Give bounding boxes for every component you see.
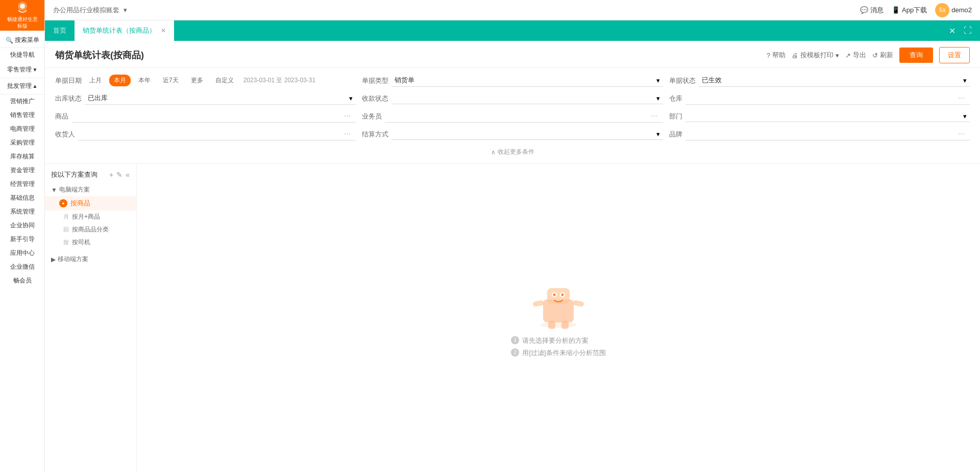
scheme-active-dot: ● xyxy=(59,199,67,207)
scheme-group-pc-title[interactable]: ▼ 电脑端方案 xyxy=(45,183,136,196)
receiver-select[interactable]: ··· xyxy=(78,128,356,140)
sidebar-item-wechat[interactable]: 企业微信 xyxy=(0,260,44,274)
brand-select[interactable]: ··· xyxy=(685,128,970,140)
scheme-add-icon[interactable]: + xyxy=(109,170,114,179)
search-icon: 🔍 xyxy=(6,37,13,44)
collect-status-chevron-icon: ▾ xyxy=(656,95,660,102)
goods-field: 商品 ··· xyxy=(55,110,356,123)
out-status-field: 出库状态 已出库 ▾ xyxy=(55,92,356,105)
workspace-selector[interactable]: 办公用品行业模拟账套 ▾ xyxy=(53,6,127,15)
tab-fullscreen-button[interactable]: ⛶ xyxy=(962,25,974,36)
receiver-dots-icon[interactable]: ··· xyxy=(342,129,353,138)
sidebar-item-ecommerce[interactable]: 电商管理 xyxy=(0,122,44,136)
tab-sales-stat[interactable]: 销货单统计表（按商品） ✕ xyxy=(75,20,174,41)
sidebar-item-sales[interactable]: 销售管理 xyxy=(0,108,44,122)
receiver-label: 收货人 xyxy=(55,130,75,139)
scheme-item-by-goods-cat[interactable]: 回 按商品品分类 xyxy=(45,223,136,236)
brand-field: 品牌 ··· xyxy=(669,128,970,140)
tab-close-all-button[interactable]: ✕ xyxy=(947,25,958,37)
doc-type-field: 单据类型 销货单 ▾ xyxy=(362,74,663,87)
warehouse-dots-icon[interactable]: ··· xyxy=(956,93,967,103)
goods-select[interactable]: ··· xyxy=(71,110,356,123)
collapse-up-icon: ∧ xyxy=(491,149,496,156)
sidebar-item-quick-nav[interactable]: 快捷导航 xyxy=(0,48,44,62)
content-area: 销货单统计表(按商品) ? 帮助 🖨 按模板打印 ▾ ↗ 导出 ↺ 刷新 xyxy=(45,41,980,472)
filter-row-2: 出库状态 已出库 ▾ 收款状态 ▾ 仓库 xyxy=(55,92,970,105)
query-button[interactable]: 查询 xyxy=(899,48,933,63)
app-download-button[interactable]: 📱 App下载 xyxy=(892,6,927,15)
tip-text-1: 请先选择要分析的方案 xyxy=(522,336,589,345)
scheme-collapse-icon[interactable]: « xyxy=(125,170,130,179)
date-last-month-btn[interactable]: 上月 xyxy=(85,75,106,86)
search-menu[interactable]: 🔍 搜索菜单 xyxy=(0,31,44,48)
warehouse-field: 仓库 ··· xyxy=(669,92,970,105)
date-more-btn[interactable]: 更多 xyxy=(186,75,208,86)
sidebar-item-apps[interactable]: 应用中心 xyxy=(0,246,44,260)
refresh-icon: ↺ xyxy=(872,52,878,59)
empty-tips: 1 请先选择要分析的方案 2 用[过滤]条件来缩小分析范围 xyxy=(511,336,605,358)
sidebar-item-guide[interactable]: 新手引导 xyxy=(0,232,44,246)
date-this-year-btn[interactable]: 本年 xyxy=(134,75,155,86)
scheme-group-pc: ▼ 电脑端方案 ● 按商品 月 按月+商品 回 按商品品分类 xyxy=(45,181,136,251)
sidebar-item-operations[interactable]: 经营管理 xyxy=(0,177,44,191)
sidebar-item-retail-label: 零售管理 xyxy=(7,65,32,74)
svg-rect-10 xyxy=(572,300,584,307)
help-button[interactable]: ? 帮助 xyxy=(767,51,786,60)
svg-point-7 xyxy=(553,293,556,296)
goods-dots-icon[interactable]: ··· xyxy=(342,111,353,121)
scheme-item-by-printer[interactable]: 按 按司机 xyxy=(45,236,136,249)
tab-close-icon[interactable]: ✕ xyxy=(161,27,166,34)
message-button[interactable]: 💬 消息 xyxy=(860,6,884,15)
doc-status-value: 已生效 xyxy=(702,76,722,85)
sidebar-item-system[interactable]: 系统管理 xyxy=(0,205,44,219)
sidebar-item-collab[interactable]: 企业协同 xyxy=(0,219,44,232)
brand-dots-icon[interactable]: ··· xyxy=(956,129,967,138)
filter-row-4: 收货人 ··· 结算方式 ▾ 品牌 xyxy=(55,128,970,140)
filter-area: 单据日期 上月 本月 本年 近7天 更多 自定义 2023-03-01 至 20… xyxy=(45,68,980,164)
scheme-item-by-goods[interactable]: ● 按商品 xyxy=(45,196,136,210)
collapse-button[interactable]: ∧ 收起更多条件 xyxy=(491,148,534,156)
refresh-button[interactable]: ↺ 刷新 xyxy=(872,51,893,60)
sidebar-item-retail[interactable]: 零售管理 ▼ xyxy=(0,62,44,78)
sidebar-item-stock[interactable]: 库存核算 xyxy=(0,150,44,163)
sidebar-item-wholesale[interactable]: 批发管理 ▲ xyxy=(0,78,44,95)
out-status-select[interactable]: 已出库 ▾ xyxy=(85,92,356,105)
user-menu[interactable]: Ea demo2 xyxy=(935,3,972,17)
tab-bar-actions: ✕ ⛶ xyxy=(947,25,980,37)
sidebar-item-finance[interactable]: 资金管理 xyxy=(0,163,44,177)
doc-status-select[interactable]: 已生效 ▾ xyxy=(699,74,970,87)
tip-num-2: 2 xyxy=(511,348,519,357)
filter-row-3: 商品 ··· 业务员 ··· 部门 xyxy=(55,110,970,123)
scheme-group-mobile: ▶ 移动端方案 xyxy=(45,251,136,268)
settings-button[interactable]: 设置 xyxy=(939,47,970,63)
date-custom-btn[interactable]: 自定义 xyxy=(211,75,238,86)
scheme-item-by-month-goods[interactable]: 月 按月+商品 xyxy=(45,210,136,223)
sidebar-item-member[interactable]: 畅会员 xyxy=(0,274,44,288)
sidebar-item-purchase[interactable]: 采购管理 xyxy=(0,136,44,150)
user-label: demo2 xyxy=(951,6,972,14)
empty-state: 1 请先选择要分析的方案 2 用[过滤]条件来缩小分析范围 xyxy=(137,164,980,472)
warehouse-label: 仓库 xyxy=(669,94,682,103)
collect-status-select[interactable]: ▾ xyxy=(391,93,663,104)
staff-dots-icon[interactable]: ··· xyxy=(649,111,659,121)
doc-type-select[interactable]: 销货单 ▾ xyxy=(391,74,663,87)
doc-type-value: 销货单 xyxy=(395,76,414,85)
settle-select[interactable]: ▾ xyxy=(391,129,663,140)
tab-home[interactable]: 首页 xyxy=(45,20,75,41)
date-last7-btn[interactable]: 近7天 xyxy=(158,75,183,86)
svg-rect-4 xyxy=(547,288,570,303)
dept-select[interactable]: ▾ xyxy=(685,111,970,122)
out-status-value: 已出库 xyxy=(88,93,108,103)
doc-status-chevron-icon: ▾ xyxy=(963,77,967,84)
sidebar-item-basicinfo[interactable]: 基础信息 xyxy=(0,191,44,205)
staff-label: 业务员 xyxy=(362,112,382,121)
scheme-edit-icon[interactable]: ✎ xyxy=(116,170,123,179)
warehouse-select[interactable]: ··· xyxy=(685,92,970,105)
date-this-month-btn[interactable]: 本月 xyxy=(109,75,131,86)
sidebar-item-marketing[interactable]: 营销推广 xyxy=(0,95,44,108)
export-button[interactable]: ↗ 导出 xyxy=(845,51,866,60)
scheme-group-mobile-title[interactable]: ▶ 移动端方案 xyxy=(45,253,136,266)
print-template-button[interactable]: 🖨 按模板打印 ▾ xyxy=(792,51,839,60)
settle-chevron-icon: ▾ xyxy=(656,130,660,138)
staff-select[interactable]: ··· xyxy=(385,110,663,123)
